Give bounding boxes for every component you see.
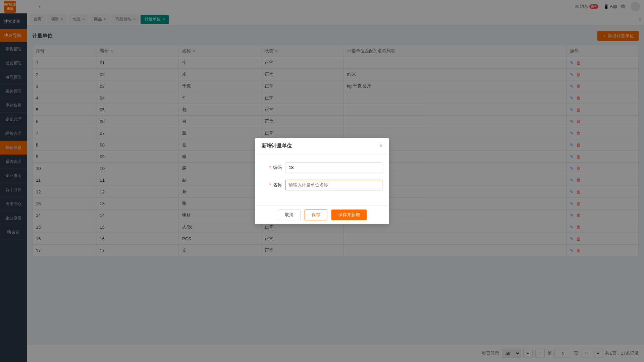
modal-footer: 取消 保存 保存并新增 xyxy=(255,205,389,224)
modal-body: * 编码 * 名称 xyxy=(255,154,389,205)
modal-header: 新增计量单位 × xyxy=(255,138,389,154)
form-row-name: * 名称 xyxy=(262,180,382,190)
form-row-code: * 编码 xyxy=(262,162,382,173)
save-and-new-button[interactable]: 保存并新增 xyxy=(331,209,367,220)
name-input[interactable] xyxy=(285,180,382,190)
cancel-button[interactable]: 取消 xyxy=(278,209,301,220)
code-label: * 编码 xyxy=(262,165,282,171)
modal-overlay[interactable]: 新增计量单位 × * 编码 * 名称 取消 保存 保存并新增 xyxy=(0,0,644,362)
code-input[interactable] xyxy=(285,162,382,173)
name-label: * 名称 xyxy=(262,182,282,188)
modal-title: 新增计量单位 xyxy=(262,143,292,149)
save-button[interactable]: 保存 xyxy=(305,209,327,220)
add-unit-modal: 新增计量单位 × * 编码 * 名称 取消 保存 保存并新增 xyxy=(255,138,389,224)
modal-close-btn[interactable]: × xyxy=(379,143,382,149)
